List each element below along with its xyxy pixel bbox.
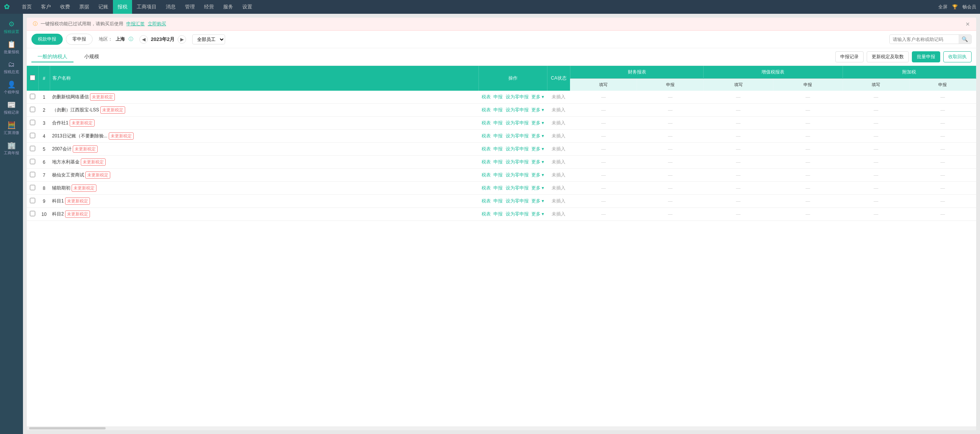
row-checkbox-8[interactable] — [30, 198, 35, 203]
nav-operations[interactable]: 经营 — [199, 0, 219, 14]
op-0[interactable]: 税表 — [482, 198, 491, 204]
op-2[interactable]: 设为零申报 — [506, 159, 529, 165]
sidebar-item-personal-tax[interactable]: 👤 个税申报 — [0, 77, 23, 98]
tag-unset[interactable]: 未更新税定 — [109, 132, 134, 140]
staff-select[interactable]: 全部员工 — [192, 34, 225, 44]
op-1[interactable]: 申报 — [493, 211, 503, 217]
tab-tax-declaration[interactable]: 税款申报 — [31, 34, 63, 45]
nav-settings[interactable]: 设置 — [238, 0, 257, 14]
op-2[interactable]: 设为零申报 — [506, 185, 529, 191]
tag-unset[interactable]: 未更新税定 — [85, 171, 110, 179]
tag-unset[interactable]: 未更新税定 — [81, 158, 106, 166]
op-3[interactable]: 更多 ▾ — [531, 146, 544, 152]
op-3[interactable]: 更多 ▾ — [531, 120, 544, 126]
op-1[interactable]: 申报 — [493, 107, 503, 113]
op-3[interactable]: 更多 ▾ — [531, 211, 544, 217]
batch-apply-btn[interactable]: 批量申报 — [912, 51, 940, 62]
row-checkbox-1[interactable] — [30, 107, 35, 112]
op-3[interactable]: 更多 ▾ — [531, 185, 544, 191]
op-1[interactable]: 申报 — [493, 159, 503, 165]
collect-return-btn[interactable]: 收取回执 — [943, 51, 972, 62]
op-1[interactable]: 申报 — [493, 133, 503, 139]
op-2[interactable]: 设为零申报 — [506, 172, 529, 178]
op-2[interactable]: 设为零申报 — [506, 198, 529, 204]
op-2[interactable]: 设为零申报 — [506, 211, 529, 217]
nav-customer[interactable]: 客户 — [36, 0, 56, 14]
nav-message[interactable]: 消息 — [161, 0, 180, 14]
banner-link-apply[interactable]: 申报汇签 — [126, 21, 145, 27]
op-0[interactable]: 税表 — [482, 146, 491, 152]
op-2[interactable]: 设为零申报 — [506, 120, 529, 126]
sub-tab-general[interactable]: 一般的纳税人 — [31, 52, 74, 62]
op-0[interactable]: 税表 — [482, 120, 491, 126]
tag-unset[interactable]: 未更新税定 — [65, 197, 90, 205]
info-icon[interactable]: ⓘ — [129, 36, 133, 42]
nav-tax[interactable]: 报税 — [113, 0, 132, 14]
sidebar-item-tax-settings[interactable]: ⚙ 报税设置 — [0, 17, 23, 37]
select-all-checkbox[interactable] — [30, 75, 35, 80]
op-1[interactable]: 申报 — [493, 120, 503, 126]
op-0[interactable]: 税表 — [482, 107, 491, 113]
sidebar-item-tax-overview[interactable]: 🗂 报税总览 — [0, 57, 23, 77]
op-3[interactable]: 更多 ▾ — [531, 198, 544, 204]
op-0[interactable]: 税表 — [482, 133, 491, 139]
op-2[interactable]: 设为零申报 — [506, 107, 529, 113]
op-0[interactable]: 税表 — [482, 159, 491, 165]
tag-unset[interactable]: 未更新税定 — [65, 210, 90, 218]
op-0[interactable]: 税表 — [482, 211, 491, 217]
row-checkbox-4[interactable] — [30, 146, 35, 151]
nav-manage[interactable]: 管理 — [180, 0, 199, 14]
fullscreen-btn[interactable]: 全屏 — [938, 4, 947, 10]
op-0[interactable]: 税表 — [482, 185, 491, 191]
op-1[interactable]: 申报 — [493, 94, 503, 100]
row-checkbox-7[interactable] — [30, 185, 35, 190]
vip-label[interactable]: 畅会员 — [962, 4, 976, 10]
banner-close-btn[interactable]: ✕ — [965, 21, 970, 27]
row-checkbox-5[interactable] — [30, 159, 35, 164]
nav-service[interactable]: 服务 — [219, 0, 238, 14]
banner-link-buy[interactable]: 立即购买 — [148, 21, 166, 27]
op-2[interactable]: 设为零申报 — [506, 146, 529, 152]
tab-zero-declaration[interactable]: 零申报 — [66, 34, 93, 45]
op-1[interactable]: 申报 — [493, 185, 503, 191]
vip-btn[interactable]: 🏆 — [952, 4, 958, 10]
op-2[interactable]: 设为零申报 — [506, 133, 529, 139]
nav-home[interactable]: 首页 — [17, 0, 36, 14]
search-input[interactable] — [890, 35, 959, 44]
sidebar-item-tax-records[interactable]: 📰 报税记录 — [0, 98, 23, 118]
nav-invoice[interactable]: 票据 — [75, 0, 94, 14]
row-checkbox-0[interactable] — [30, 94, 35, 99]
nav-billing[interactable]: 收费 — [56, 0, 75, 14]
op-3[interactable]: 更多 ▾ — [531, 94, 544, 100]
op-2[interactable]: 设为零申报 — [506, 94, 529, 100]
row-checkbox-2[interactable] — [30, 120, 35, 125]
row-checkbox-3[interactable] — [30, 133, 35, 138]
op-3[interactable]: 更多 ▾ — [531, 172, 544, 178]
scroll-thumb[interactable] — [29, 427, 106, 429]
tag-unset[interactable]: 未更新税定 — [72, 184, 96, 192]
tag-unset[interactable]: 未更新税定 — [90, 93, 115, 101]
sub-tab-small[interactable]: 小规模 — [78, 52, 105, 62]
op-1[interactable]: 申报 — [493, 146, 503, 152]
apply-records-btn[interactable]: 申报记录 — [835, 51, 864, 62]
row-checkbox-6[interactable] — [30, 172, 35, 177]
update-quota-btn[interactable]: 更新税定及取数 — [867, 51, 909, 62]
op-3[interactable]: 更多 ▾ — [531, 159, 544, 165]
nav-bookkeeping[interactable]: 记账 — [94, 0, 113, 14]
sidebar-item-batch-tax[interactable]: 📋 批量报税 — [0, 37, 23, 57]
op-3[interactable]: 更多 ▾ — [531, 107, 544, 113]
sidebar-item-calc-clear[interactable]: 🧮 汇算清缴 — [0, 118, 23, 138]
tag-unset[interactable]: 未更新税定 — [100, 106, 125, 114]
op-1[interactable]: 申报 — [493, 172, 503, 178]
op-0[interactable]: 税表 — [482, 94, 491, 100]
tag-unset[interactable]: 未更新税定 — [73, 145, 98, 153]
op-1[interactable]: 申报 — [493, 198, 503, 204]
prev-period-btn[interactable]: ◀ — [139, 35, 148, 44]
search-button[interactable]: 🔍 — [959, 35, 971, 44]
tag-unset[interactable]: 未更新税定 — [70, 119, 95, 127]
horizontal-scrollbar[interactable] — [27, 426, 976, 430]
row-checkbox-9[interactable] — [30, 211, 35, 216]
next-period-btn[interactable]: ▶ — [178, 35, 186, 44]
nav-business[interactable]: 工商项目 — [132, 0, 161, 14]
sidebar-item-business-report[interactable]: 🏢 工商年报 — [0, 138, 23, 158]
